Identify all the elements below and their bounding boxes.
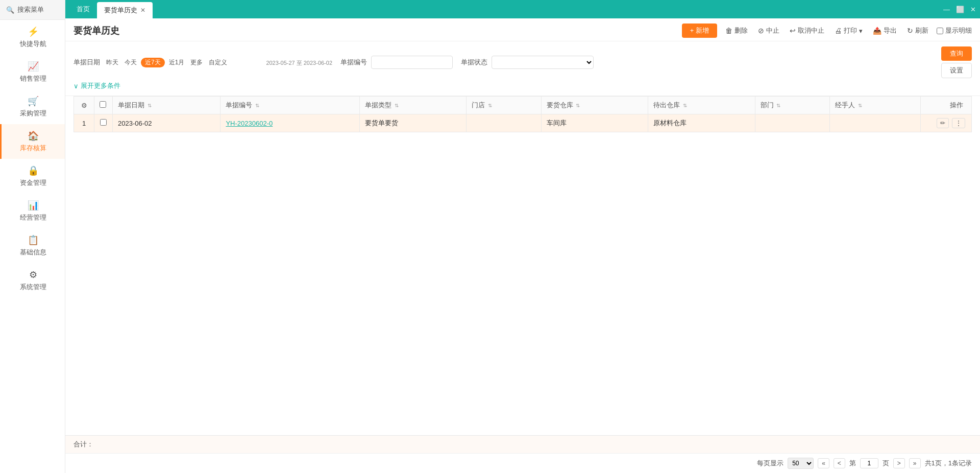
filter-order-no-label: 单据编号 — [340, 58, 367, 67]
date-today[interactable]: 今天 — [122, 58, 139, 67]
tabs-bar-right: — ⬜ ✕ — [943, 6, 976, 13]
inventory-icon: 🏠 — [28, 130, 39, 141]
window-close-btn[interactable]: ✕ — [970, 6, 976, 13]
sidebar-item-sales[interactable]: 📈 销售管理 — [0, 55, 65, 89]
filter-row-main: 单据日期 昨天 今天 近7天 近1月 更多 自定义 2023-05-27 至 2… — [74, 46, 972, 78]
col-settings[interactable]: ⚙ — [74, 97, 94, 114]
col-store-header[interactable]: 门店 ⇅ — [467, 97, 542, 114]
row-actions: ✏ ⋮ — [926, 118, 965, 128]
page-prev-btn[interactable]: < — [834, 458, 845, 468]
print-button[interactable]: 🖨 打印 ▾ — [832, 25, 865, 36]
date-more[interactable]: 更多 — [188, 58, 205, 67]
filter-actions: 查询 设置 — [941, 46, 972, 78]
cell-order-no: YH-20230602-0 — [220, 114, 360, 132]
page-first-btn[interactable]: « — [818, 458, 829, 468]
table-row: 1 2023-06-02 YH-20230602-0 要货单要货 车间库 原材料… — [74, 114, 972, 132]
select-all-checkbox[interactable] — [100, 101, 106, 108]
sidebar-item-label: 采购管理 — [20, 109, 46, 118]
suspend-button[interactable]: ⊘ 中止 — [756, 25, 781, 36]
tab-close-icon[interactable]: ✕ — [140, 7, 145, 14]
sidebar-item-label: 库存核算 — [20, 144, 46, 153]
sidebar-item-finance[interactable]: 🔒 资金管理 — [0, 159, 65, 194]
col-handler-sort: ⇅ — [858, 103, 862, 108]
col-dept-label: 部门 — [761, 101, 774, 109]
filter-bar: 单据日期 昨天 今天 近7天 近1月 更多 自定义 2023-05-27 至 2… — [65, 41, 980, 96]
cancel-suspend-button[interactable]: ↩ 取消中止 — [788, 25, 826, 36]
setting-button[interactable]: 设置 — [941, 63, 972, 78]
page-number-input[interactable] — [860, 458, 878, 468]
new-button[interactable]: + 新增 — [682, 23, 717, 38]
sidebar-item-operation[interactable]: 📊 经营管理 — [0, 194, 65, 228]
filter-order-no-input[interactable] — [371, 56, 453, 69]
row-edit-btn[interactable]: ✏ — [937, 118, 949, 128]
col-out-warehouse-label: 待出仓库 — [653, 101, 680, 109]
delete-button[interactable]: 🗑 删除 — [723, 25, 750, 36]
print-label: 打印 — [844, 26, 857, 35]
export-icon: 📤 — [873, 27, 881, 35]
cell-action: ✏ ⋮ — [921, 114, 972, 132]
sidebar-item-quick-nav[interactable]: ⚡ 快捷导航 — [0, 20, 65, 55]
cell-handler — [830, 114, 921, 132]
sidebar-item-inventory[interactable]: 🏠 库存核算 — [0, 124, 65, 159]
cell-store — [467, 114, 542, 132]
table-footer: 合计： — [65, 435, 980, 453]
date-yesterday[interactable]: 昨天 — [104, 58, 120, 67]
sidebar-item-basic[interactable]: 📋 基础信息 — [0, 228, 65, 263]
sidebar-item-purchase[interactable]: 🛒 采购管理 — [0, 89, 65, 124]
sidebar-item-label: 销售管理 — [20, 74, 46, 83]
date-7days[interactable]: 近7天 — [141, 58, 165, 67]
cell-date: 2023-06-02 — [113, 114, 220, 132]
sidebar-search[interactable]: 🔍 搜索菜单 — [0, 0, 65, 20]
order-no-link[interactable]: YH-20230602-0 — [226, 120, 273, 127]
search-icon: 🔍 — [6, 6, 14, 14]
tab-order-history[interactable]: 要货单历史 ✕ — [97, 2, 153, 18]
summary-label: 合计： — [74, 440, 93, 448]
col-check — [94, 97, 113, 114]
col-req-warehouse-sort: ⇅ — [576, 103, 580, 108]
system-icon: ⚙ — [29, 269, 37, 280]
col-out-warehouse-header[interactable]: 待出仓库 ⇅ — [648, 97, 755, 114]
show-detail-toggle[interactable]: 显示明细 — [937, 26, 972, 35]
window-restore-btn[interactable]: ⬜ — [956, 6, 964, 13]
operation-icon: 📊 — [28, 200, 39, 211]
page-last-btn[interactable]: » — [909, 458, 921, 468]
row-more-btn[interactable]: ⋮ — [952, 118, 965, 128]
show-detail-checkbox[interactable] — [937, 28, 943, 34]
date-1month[interactable]: 近1月 — [167, 58, 187, 67]
basic-icon: 📋 — [28, 234, 39, 246]
tab-home[interactable]: 首页 — [69, 0, 97, 18]
col-date-header[interactable]: 单据日期 ⇅ — [113, 97, 220, 114]
col-dept-header[interactable]: 部门 ⇅ — [755, 97, 830, 114]
filter-status-select[interactable] — [492, 56, 594, 69]
per-page-select[interactable]: 50 10 20 100 — [788, 458, 814, 469]
col-order-type-header[interactable]: 单据类型 ⇅ — [360, 97, 467, 114]
print-icon: 🖨 — [835, 27, 842, 35]
tab-order-history-label: 要货单历史 — [104, 6, 137, 15]
show-detail-label: 显示明细 — [945, 26, 972, 35]
sales-icon: 📈 — [28, 61, 39, 72]
search-button[interactable]: 查询 — [941, 46, 972, 61]
cell-out-warehouse: 原材料仓库 — [648, 114, 755, 132]
row-checkbox[interactable] — [100, 119, 107, 126]
print-dropdown-icon[interactable]: ▾ — [859, 27, 863, 35]
col-handler-header[interactable]: 经手人 ⇅ — [830, 97, 921, 114]
page-next-btn[interactable]: > — [893, 458, 905, 468]
col-date-sort: ⇅ — [148, 103, 152, 108]
col-order-no-header[interactable]: 单据编号 ⇅ — [220, 97, 360, 114]
col-order-type-label: 单据类型 — [365, 101, 391, 109]
data-table: ⚙ 单据日期 ⇅ 单据编号 ⇅ 单据类型 — [74, 96, 972, 132]
date-custom[interactable]: 自定义 — [207, 58, 229, 67]
col-req-warehouse-header[interactable]: 要货仓库 ⇅ — [541, 97, 648, 114]
page-suffix-label: 页 — [883, 459, 889, 468]
window-minimize-btn[interactable]: — — [943, 6, 950, 13]
toolbar: + 新增 🗑 删除 ⊘ 中止 ↩ 取消中止 🖨 打印 ▾ — [682, 23, 972, 38]
export-button[interactable]: 📤 导出 — [871, 25, 899, 36]
sidebar-item-label: 系统管理 — [20, 282, 46, 292]
pagination-bar: 每页显示 50 10 20 100 « < 第 页 > » 共1页，1条记录 — [65, 453, 980, 473]
refresh-label: 刷新 — [915, 26, 928, 35]
col-action-header: 操作 — [921, 97, 972, 114]
expand-more-btn[interactable]: ∨ 展开更多条件 — [74, 81, 972, 90]
sidebar-item-system[interactable]: ⚙ 系统管理 — [0, 263, 65, 298]
total-info: 共1页，1条记录 — [925, 459, 972, 468]
refresh-button[interactable]: ↻ 刷新 — [905, 25, 930, 36]
